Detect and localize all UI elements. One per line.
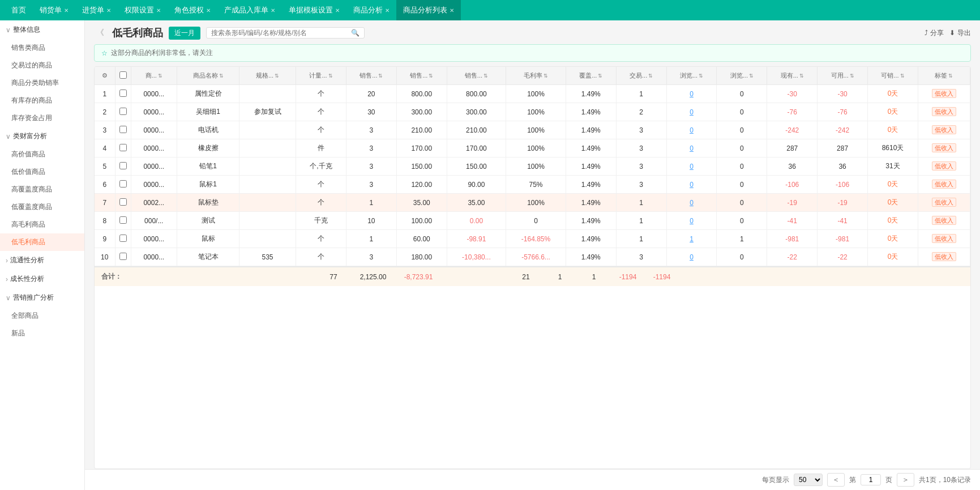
th-code[interactable]: 商...⇅: [131, 67, 177, 85]
row-checkbox[interactable]: [119, 235, 127, 242]
sidebar-item-new-goods[interactable]: 新品: [0, 325, 84, 342]
th-spec[interactable]: 规格...⇅: [239, 67, 296, 85]
th-sales-amount[interactable]: 销售...⇅: [396, 67, 447, 85]
sidebar-group-wealth[interactable]: ∨ 类财富分析: [0, 127, 84, 146]
th-sellable[interactable]: 可销...⇅: [868, 67, 918, 85]
page-number-input[interactable]: [861, 474, 881, 485]
th-checkbox[interactable]: [115, 67, 131, 85]
nav-sales-close[interactable]: ✕: [64, 7, 69, 14]
nav-template-close[interactable]: ✕: [335, 7, 340, 14]
arrow-down-icon-3: ∨: [6, 294, 11, 302]
sidebar-item-high-coverage[interactable]: 高覆盖度商品: [0, 181, 84, 198]
th-coverage[interactable]: 覆盖...⇅: [566, 67, 616, 85]
nav-role-close[interactable]: ✕: [206, 7, 211, 14]
nav-permissions[interactable]: 权限设置 ✕: [118, 0, 168, 20]
th-browse1[interactable]: 浏览...⇅: [666, 67, 717, 85]
sidebar-item-sales-goods[interactable]: 销售类商品: [0, 39, 84, 57]
cell-code: 0000...: [131, 103, 177, 121]
cell-browse1: 1: [666, 230, 717, 248]
cell-check[interactable]: [115, 194, 131, 212]
cell-name: 鼠标: [177, 230, 239, 248]
row-checkbox[interactable]: [119, 198, 127, 206]
sidebar-collapse-btn[interactable]: 《: [94, 28, 106, 38]
row-checkbox[interactable]: [119, 180, 127, 188]
cell-transactions: 3: [616, 139, 666, 157]
cell-num: 10: [95, 248, 115, 266]
sidebar-item-low-coverage[interactable]: 低覆盖度商品: [0, 198, 84, 216]
time-filter-button[interactable]: 近一月: [169, 27, 200, 40]
th-tag[interactable]: 标签⇅: [918, 67, 970, 85]
export-button[interactable]: ⬇ 导出: [949, 28, 971, 38]
th-sales-profit[interactable]: 销售...⇅: [447, 67, 506, 85]
cell-spec: [239, 157, 296, 176]
cell-check[interactable]: [115, 248, 131, 266]
sidebar-item-all-goods[interactable]: 全部商品: [0, 307, 84, 325]
nav-product-storage[interactable]: 产成品入库单 ✕: [217, 0, 282, 20]
sidebar-item-stocked-goods[interactable]: 有库存的商品: [0, 92, 84, 109]
share-button[interactable]: ⤴ 分享: [925, 28, 944, 38]
nav-product-storage-close[interactable]: ✕: [271, 7, 275, 14]
sidebar-group-circulation[interactable]: › 流通性分析: [0, 251, 84, 270]
sidebar-group-overall[interactable]: ∨ 整体信息: [0, 20, 84, 39]
nav-sales[interactable]: 销货单 ✕: [33, 0, 75, 20]
sidebar-item-high-value[interactable]: 高价值商品: [0, 146, 84, 163]
cell-check[interactable]: [115, 85, 131, 103]
cell-sales-qty: 20: [346, 85, 396, 103]
row-checkbox[interactable]: [119, 90, 127, 97]
cell-check[interactable]: [115, 103, 131, 121]
prev-page-button[interactable]: ＜: [827, 473, 845, 487]
th-transactions[interactable]: 交易...⇅: [616, 67, 666, 85]
th-stock[interactable]: 现有...⇅: [767, 67, 818, 85]
page-size-select[interactable]: 50 100 200: [794, 474, 823, 486]
sidebar-group-growth[interactable]: › 成长性分析: [0, 270, 84, 288]
cell-browse2: 0: [717, 176, 767, 194]
nav-role-auth[interactable]: 角色授权 ✕: [168, 0, 217, 20]
table-row: 3 0000... 电话机 个 3 210.00 210.00 100% 1.4…: [95, 121, 970, 139]
th-unit[interactable]: 计量...⇅: [296, 67, 346, 85]
nav-template-settings[interactable]: 单据模板设置 ✕: [282, 0, 346, 20]
nav-goods-list-close[interactable]: ✕: [450, 7, 454, 14]
sidebar-item-traded-goods[interactable]: 交易过的商品: [0, 57, 84, 74]
cell-sales-profit: -10,380...: [447, 248, 506, 266]
cell-check[interactable]: [115, 230, 131, 248]
cell-tag: 低收入: [918, 157, 970, 176]
row-checkbox[interactable]: [119, 162, 127, 169]
cell-check[interactable]: [115, 176, 131, 194]
next-page-button[interactable]: ＞: [897, 473, 914, 487]
total-info: 共1页，10条记录: [919, 475, 971, 485]
nav-goods-analysis-close[interactable]: ✕: [385, 7, 390, 14]
sidebar-item-category-rate[interactable]: 商品分类助销率: [0, 74, 84, 92]
cell-profit-rate: 75%: [506, 176, 566, 194]
nav-goods-analysis[interactable]: 商品分析 ✕: [346, 0, 396, 20]
cell-tag: 低收入: [918, 212, 970, 230]
th-setting[interactable]: ⚙: [95, 67, 115, 85]
cell-check[interactable]: [115, 157, 131, 176]
th-browse2[interactable]: 浏览...⇅: [717, 67, 767, 85]
select-all-checkbox[interactable]: [119, 71, 127, 79]
th-profit-rate[interactable]: 毛利率⇅: [506, 67, 566, 85]
sidebar-item-low-value[interactable]: 低价值商品: [0, 163, 84, 181]
cell-check[interactable]: [115, 212, 131, 230]
cell-num: 9: [95, 230, 115, 248]
sidebar-group-marketing[interactable]: ∨ 营销推广分析: [0, 288, 84, 307]
search-input[interactable]: [211, 29, 351, 37]
row-checkbox[interactable]: [119, 108, 127, 115]
row-checkbox[interactable]: [119, 253, 127, 260]
th-name[interactable]: 商品名称⇅: [177, 67, 239, 85]
sidebar-item-high-margin[interactable]: 高毛利商品: [0, 216, 84, 233]
nav-permissions-close[interactable]: ✕: [156, 7, 161, 14]
sidebar-item-low-margin[interactable]: 低毛利商品: [0, 233, 84, 251]
cell-sellable: 8610天: [868, 139, 918, 157]
row-checkbox[interactable]: [119, 126, 127, 133]
nav-home[interactable]: 首页: [5, 0, 33, 20]
nav-purchase[interactable]: 进货单 ✕: [75, 0, 118, 20]
row-checkbox[interactable]: [119, 144, 127, 151]
th-available[interactable]: 可用...⇅: [818, 67, 868, 85]
nav-purchase-close[interactable]: ✕: [106, 7, 111, 14]
nav-goods-analysis-list[interactable]: 商品分析列表 ✕: [396, 0, 461, 20]
th-sales-qty[interactable]: 销售...⇅: [346, 67, 396, 85]
sidebar-item-stock-capital[interactable]: 库存资金占用: [0, 109, 84, 127]
row-checkbox[interactable]: [119, 216, 127, 224]
cell-check[interactable]: [115, 139, 131, 157]
cell-check[interactable]: [115, 121, 131, 139]
